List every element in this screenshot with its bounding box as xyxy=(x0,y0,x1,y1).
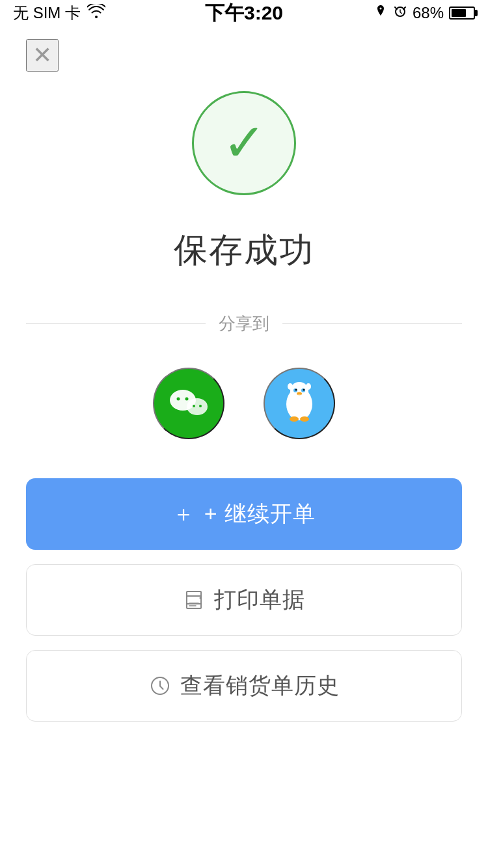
svg-rect-21 xyxy=(187,596,201,604)
status-time: 下午3:20 xyxy=(205,0,283,27)
svg-point-5 xyxy=(193,405,195,407)
svg-point-12 xyxy=(303,389,305,391)
status-bar: 无 SIM 卡 下午3:20 68% xyxy=(0,0,488,26)
printer-icon xyxy=(183,589,205,611)
svg-point-11 xyxy=(295,389,297,391)
svg-point-17 xyxy=(288,383,293,390)
print-button[interactable]: 打印单据 xyxy=(26,564,462,636)
svg-point-3 xyxy=(177,398,180,401)
svg-point-15 xyxy=(290,416,299,422)
qq-share-button[interactable] xyxy=(264,368,335,439)
carrier-text: 无 SIM 卡 xyxy=(13,3,81,23)
history-label: 查看销货单历史 xyxy=(180,671,340,701)
svg-point-2 xyxy=(187,398,208,415)
divider-left xyxy=(26,323,206,324)
wechat-share-button[interactable] xyxy=(153,368,224,439)
continue-button[interactable]: ＋ + 继续开单 xyxy=(26,478,462,550)
qq-icon xyxy=(280,382,318,425)
battery-icon xyxy=(449,7,475,20)
share-label: 分享到 xyxy=(219,312,269,335)
share-divider: 分享到 xyxy=(26,312,462,335)
svg-point-18 xyxy=(306,383,311,390)
success-title: 保存成功 xyxy=(174,228,314,273)
close-icon: ✕ xyxy=(33,44,52,67)
location-icon xyxy=(373,4,388,22)
print-label: 打印单据 xyxy=(214,585,305,615)
checkmark-icon: ✓ xyxy=(223,117,266,169)
share-section: 分享到 xyxy=(26,312,462,439)
wechat-icon xyxy=(169,387,209,420)
share-icons xyxy=(153,368,335,439)
svg-point-4 xyxy=(185,398,189,401)
action-buttons: ＋ + 继续开单 打印单据 xyxy=(26,478,462,722)
svg-point-6 xyxy=(199,405,202,407)
battery-fill xyxy=(452,9,466,17)
wifi-icon xyxy=(87,4,105,22)
battery-percentage: 68% xyxy=(413,4,444,22)
svg-point-22 xyxy=(200,597,202,599)
svg-point-16 xyxy=(300,416,309,422)
plus-icon: ＋ xyxy=(172,499,195,529)
main-content: ✕ ✓ 保存成功 分享到 xyxy=(0,26,488,761)
history-button[interactable]: 查看销货单历史 xyxy=(26,650,462,722)
svg-point-14 xyxy=(291,394,308,416)
alarm-icon xyxy=(393,4,407,22)
success-icon-circle: ✓ xyxy=(192,91,296,195)
close-button[interactable]: ✕ xyxy=(26,39,59,72)
clock-icon xyxy=(149,675,171,697)
status-left: 无 SIM 卡 xyxy=(13,3,105,23)
status-right: 68% xyxy=(373,4,475,22)
continue-label: + 继续开单 xyxy=(204,499,316,529)
divider-right xyxy=(282,323,462,324)
